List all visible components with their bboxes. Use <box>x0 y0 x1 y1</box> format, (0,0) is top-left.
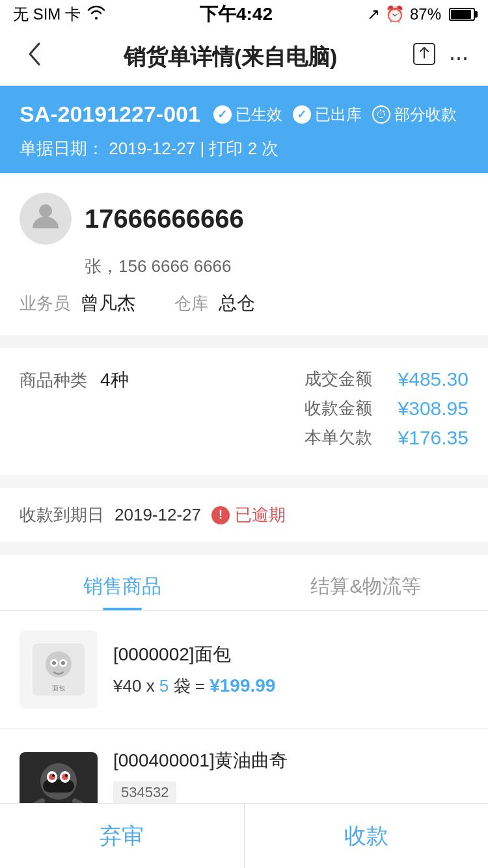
product-qty-1: 5 <box>159 676 169 696</box>
warehouse-detail: 仓库 总仓 <box>174 291 255 316</box>
deal-amount-row: 成交金额 ¥485.30 <box>305 368 468 390</box>
nav-actions: ··· <box>413 42 468 72</box>
product-total-1: ¥199.99 <box>210 675 275 696</box>
status-badge-partial: ⏱ 部分收款 <box>372 104 457 125</box>
location-icon: ↗ <box>367 5 380 23</box>
overdue-section: 收款到期日 2019-12-27 ! 已逾期 <box>0 488 488 542</box>
more-icon[interactable]: ··· <box>449 44 468 71</box>
tab-settlement[interactable]: 结算&物流等 <box>244 555 488 610</box>
status-bar: 无 SIM 卡 下午4:42 ↗ ⏰ 87% <box>0 0 488 29</box>
bottom-action-bar: 弃审 收款 <box>0 803 488 868</box>
status-indicators: ↗ ⏰ 87% <box>367 5 475 23</box>
owed-amount-row: 本单欠款 ¥176.35 <box>305 426 468 449</box>
carrier-text: 无 SIM 卡 <box>13 4 81 25</box>
svg-point-14 <box>49 774 55 780</box>
svg-point-17 <box>65 774 68 777</box>
tabs-row: 销售商品 结算&物流等 <box>0 555 488 610</box>
nav-bar: 销货单详情(来自电脑) ··· <box>0 29 488 86</box>
clock-icon: ⏱ <box>372 105 390 124</box>
svg-text:面包: 面包 <box>52 685 65 692</box>
customer-details: 业务员 曾凡杰 仓库 总仓 <box>20 291 468 316</box>
svg-point-1 <box>39 204 52 217</box>
avatar <box>20 193 72 245</box>
battery-percent: 87% <box>410 5 441 23</box>
order-id: SA-20191227-001 <box>20 102 200 127</box>
customer-phone: 17666666666 <box>85 204 244 234</box>
status-carrier: 无 SIM 卡 <box>13 4 105 25</box>
svg-rect-11 <box>43 780 74 793</box>
product-name-2: [000400001]黄油曲奇 <box>113 748 468 773</box>
wifi-icon <box>87 5 105 23</box>
check-icon-2: ✓ <box>293 105 311 124</box>
order-date-info: 单据日期： 2019-12-27 | 打印 2 次 <box>20 137 468 160</box>
status-badge-shipped: ✓ 已出库 <box>293 104 362 125</box>
staff-detail: 业务员 曾凡杰 <box>20 291 135 316</box>
customer-name: 张，156 6666 6666 <box>85 255 468 278</box>
product-thumbnail-1: 面包 <box>20 631 98 709</box>
alarm-icon: ⏰ <box>385 5 405 23</box>
user-icon <box>29 199 62 239</box>
tabs-section: 销售商品 结算&物流等 <box>0 555 488 611</box>
check-icon-1: ✓ <box>213 105 232 124</box>
stats-section: 商品种类 4种 成交金额 ¥485.30 收款金额 ¥308.95 本单欠款 ¥… <box>0 348 488 475</box>
product-sku-2: 534532 <box>113 781 176 804</box>
product-item: 面包 [0000002]面包 ¥40 x 5 袋 = ¥199.99 <box>0 611 488 729</box>
share-icon[interactable] <box>413 42 436 72</box>
status-time: 下午4:42 <box>200 2 273 27</box>
page-title: 销货单详情(来自电脑) <box>124 42 338 72</box>
status-badges: ✓ 已生效 ✓ 已出库 ⏱ 部分收款 <box>213 104 457 125</box>
product-price-1: ¥40 x 5 袋 = ¥199.99 <box>113 675 468 698</box>
svg-point-16 <box>52 774 55 777</box>
back-button[interactable] <box>20 34 48 79</box>
overdue-badge: ! 已逾期 <box>211 504 286 526</box>
product-count-area: 商品种类 4种 <box>20 368 129 396</box>
svg-point-15 <box>62 774 68 780</box>
cancel-review-button[interactable]: 弃审 <box>0 804 245 868</box>
collected-amount-row: 收款金额 ¥308.95 <box>305 397 468 420</box>
svg-point-7 <box>61 661 65 665</box>
bread-icon: 面包 <box>20 631 98 709</box>
order-header-banner: SA-20191227-001 ✓ 已生效 ✓ 已出库 ⏱ 部分收款 单据日期：… <box>0 86 488 173</box>
product-info-1: [0000002]面包 ¥40 x 5 袋 = ¥199.99 <box>113 642 468 698</box>
battery-icon <box>449 8 475 21</box>
warning-icon: ! <box>211 506 230 524</box>
customer-section: 17666666666 张，156 6666 6666 业务员 曾凡杰 仓库 总… <box>0 173 488 335</box>
product-name-1: [0000002]面包 <box>113 642 468 667</box>
tab-sales-products[interactable]: 销售商品 <box>0 555 244 610</box>
svg-point-6 <box>52 661 56 665</box>
amount-area: 成交金额 ¥485.30 收款金额 ¥308.95 本单欠款 ¥176.35 <box>305 368 468 455</box>
status-badge-effective: ✓ 已生效 <box>213 104 282 125</box>
collect-payment-button[interactable]: 收款 <box>245 804 489 868</box>
